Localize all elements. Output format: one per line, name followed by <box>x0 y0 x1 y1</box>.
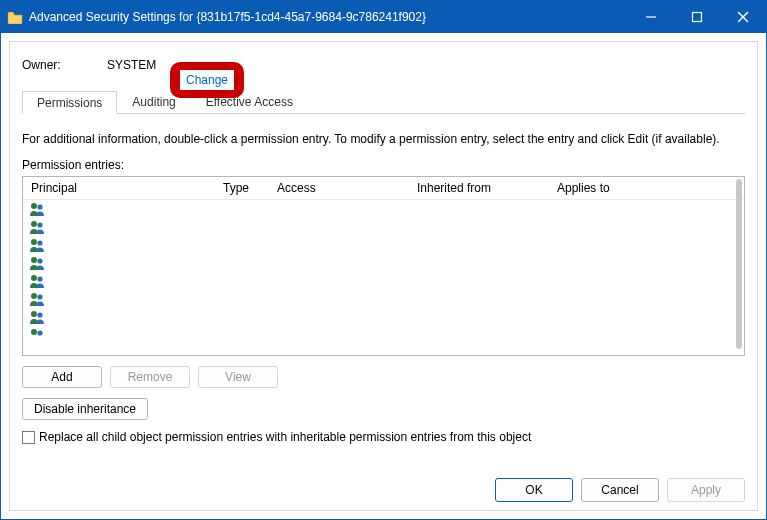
svg-point-4 <box>31 203 37 209</box>
table-row[interactable] <box>29 254 744 272</box>
titlebar[interactable]: Advanced Security Settings for {831b17f5… <box>1 1 766 33</box>
table-row[interactable] <box>29 200 744 218</box>
info-text: For additional information, double-click… <box>22 132 745 146</box>
svg-point-13 <box>37 276 42 281</box>
table-row[interactable] <box>29 326 744 344</box>
owner-row: Owner: SYSTEM <box>22 58 745 72</box>
owner-label: Owner: <box>22 58 107 72</box>
highlight-annotation: Change <box>170 62 244 98</box>
col-header-inherited[interactable]: Inherited from <box>417 181 557 195</box>
group-icon <box>29 327 45 343</box>
table-row[interactable] <box>29 272 744 290</box>
tab-permissions[interactable]: Permissions <box>22 91 117 114</box>
table-row[interactable] <box>29 218 744 236</box>
svg-point-19 <box>37 330 42 335</box>
view-button: View <box>198 366 278 388</box>
remove-button: Remove <box>110 366 190 388</box>
change-owner-link[interactable]: Change <box>186 73 228 87</box>
minimize-button[interactable] <box>628 1 674 33</box>
group-icon <box>29 237 45 253</box>
group-icon <box>29 255 45 271</box>
svg-point-9 <box>37 240 42 245</box>
apply-button: Apply <box>667 478 745 502</box>
permission-entries-grid[interactable]: Principal Type Access Inherited from App… <box>22 176 745 356</box>
svg-rect-1 <box>693 13 702 22</box>
col-header-principal[interactable]: Principal <box>31 181 223 195</box>
replace-all-checkbox[interactable] <box>22 431 35 444</box>
cancel-button[interactable]: Cancel <box>581 478 659 502</box>
owner-value: SYSTEM <box>107 58 156 72</box>
svg-point-5 <box>37 204 42 209</box>
col-header-applies[interactable]: Applies to <box>557 181 736 195</box>
svg-point-7 <box>37 222 42 227</box>
disable-inheritance-button[interactable]: Disable inheritance <box>22 398 148 420</box>
permission-entries-label: Permission entries: <box>22 158 745 172</box>
svg-point-10 <box>31 257 37 263</box>
close-button[interactable] <box>720 1 766 33</box>
svg-point-16 <box>31 311 37 317</box>
table-row[interactable] <box>29 236 744 254</box>
ok-button[interactable]: OK <box>495 478 573 502</box>
replace-all-label: Replace all child object permission entr… <box>39 430 531 444</box>
group-icon <box>29 201 45 217</box>
svg-point-6 <box>31 221 37 227</box>
group-icon <box>29 273 45 289</box>
svg-point-14 <box>31 293 37 299</box>
group-icon <box>29 219 45 235</box>
folder-icon <box>7 10 23 24</box>
svg-point-17 <box>37 312 42 317</box>
group-icon <box>29 309 45 325</box>
col-header-access[interactable]: Access <box>277 181 417 195</box>
grid-scrollbar[interactable] <box>736 179 742 349</box>
table-row[interactable] <box>29 290 744 308</box>
add-button[interactable]: Add <box>22 366 102 388</box>
grid-header: Principal Type Access Inherited from App… <box>23 177 744 200</box>
svg-point-15 <box>37 294 42 299</box>
advanced-security-window: Advanced Security Settings for {831b17f5… <box>0 0 767 520</box>
svg-point-8 <box>31 239 37 245</box>
svg-point-18 <box>31 329 37 335</box>
svg-point-12 <box>31 275 37 281</box>
table-row[interactable] <box>29 308 744 326</box>
tabs: Permissions Auditing Effective Access <box>22 90 745 114</box>
maximize-button[interactable] <box>674 1 720 33</box>
window-title: Advanced Security Settings for {831b17f5… <box>29 10 426 24</box>
svg-point-11 <box>37 258 42 263</box>
group-icon <box>29 291 45 307</box>
client-area: Change Owner: SYSTEM Permissions Auditin… <box>1 33 766 519</box>
replace-all-row[interactable]: Replace all child object permission entr… <box>22 430 745 444</box>
col-header-type[interactable]: Type <box>223 181 277 195</box>
